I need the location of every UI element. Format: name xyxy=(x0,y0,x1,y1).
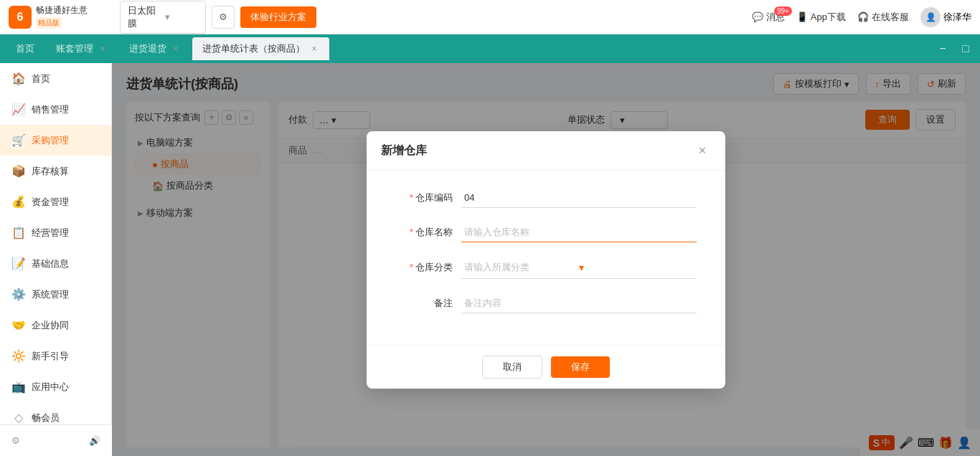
app-download-label: App下载 xyxy=(811,11,846,24)
form-row-code: 仓库编码 xyxy=(395,188,697,208)
sidebar-finance-label: 资金管理 xyxy=(32,196,69,209)
app-download-button[interactable]: 📱 App下载 xyxy=(796,11,846,24)
header-right: 💬 消息 99+ 📱 App下载 🎧 在线客服 👤 徐泽华 xyxy=(752,7,971,27)
new-warehouse-modal: 新增仓库 × 仓库编码 仓库名称 仓库分类 xyxy=(367,131,725,389)
modal-overlay: 新增仓库 × 仓库编码 仓库名称 仓库分类 xyxy=(112,63,980,456)
top-header: 6 畅捷通好生意 精品版 日太阳膜 ▾ ⚙ 体验行业方案 💬 消息 99+ 📱 … xyxy=(0,0,980,34)
sidebar-guide-label: 新手引导 xyxy=(32,350,69,363)
modal-header: 新增仓库 × xyxy=(367,131,725,171)
sidebar-enterprise-label: 企业协同 xyxy=(32,319,69,332)
sidebar-purchase-label: 采购管理 xyxy=(32,134,69,147)
app-badge: 精品版 xyxy=(36,17,62,29)
tab-home-label: 首页 xyxy=(16,42,34,55)
gear-icon: ⚙ xyxy=(219,11,227,22)
tab-purchase-return-close-icon[interactable]: × xyxy=(171,44,181,54)
tab-maximize-button[interactable]: □ xyxy=(957,40,974,57)
sidebar-item-enterprise[interactable]: 🤝 企业协同 xyxy=(0,310,111,341)
sidebar-home-label: 首页 xyxy=(32,72,50,85)
save-button[interactable]: 保存 xyxy=(551,356,610,378)
notification-badge: 99+ xyxy=(774,6,792,16)
name-input[interactable] xyxy=(461,222,697,242)
form-row-category: 仓库分类 请输入所属分类 ▾ xyxy=(395,257,697,279)
sidebar-operations-label: 经营管理 xyxy=(32,227,69,239)
sidebar-item-system[interactable]: ⚙️ 系统管理 xyxy=(0,279,111,310)
user-name: 徐泽华 xyxy=(943,11,971,24)
sales-icon: 📈 xyxy=(11,103,26,116)
modal-footer: 取消 保存 xyxy=(367,345,725,389)
phone-icon: 📱 xyxy=(796,11,808,22)
content-area: 进货单统计(按商品) 🖨 按模板打印 ▾ ↑ 导出 ↺ 刷新 xyxy=(112,63,980,456)
tab-purchase-return-label: 进货退货 xyxy=(129,42,166,55)
sidebar-sales-label: 销售管理 xyxy=(32,103,69,116)
home-icon: 🏠 xyxy=(11,72,26,85)
code-input[interactable] xyxy=(461,188,697,208)
tab-purchase-return[interactable]: 进货退货 × xyxy=(119,37,191,60)
bottom-settings-icon[interactable]: ⚙ xyxy=(11,435,20,446)
tab-purchase-stats-label: 进货单统计表（按商品） xyxy=(202,42,305,55)
tab-account-label: 账套管理 xyxy=(56,42,93,55)
operations-icon: 📋 xyxy=(11,226,26,239)
tab-account[interactable]: 账套管理 × xyxy=(46,37,118,60)
finance-icon: 💰 xyxy=(11,195,26,209)
basic-info-icon: 📝 xyxy=(11,257,26,270)
sidebar-app-center-label: 应用中心 xyxy=(32,381,69,394)
modal-body: 仓库编码 仓库名称 仓库分类 请输入所属分类 ▾ xyxy=(367,171,725,345)
category-dropdown-icon: ▾ xyxy=(579,262,694,273)
sidebar-item-inventory[interactable]: 📦 库存核算 xyxy=(0,156,111,186)
form-row-remark: 备注 xyxy=(395,293,697,313)
logo-area: 6 畅捷通好生意 精品版 xyxy=(9,5,120,29)
code-label: 仓库编码 xyxy=(395,191,453,204)
header-middle: 日太阳膜 ▾ ⚙ 体验行业方案 xyxy=(120,1,752,34)
messages-button[interactable]: 💬 消息 99+ xyxy=(752,11,785,24)
inventory-icon: 📦 xyxy=(11,164,26,178)
store-dropdown-arrow-icon: ▾ xyxy=(165,11,198,22)
tab-home[interactable]: 首页 xyxy=(6,37,44,60)
sidebar-inventory-label: 库存核算 xyxy=(32,165,69,178)
cancel-button[interactable]: 取消 xyxy=(482,356,542,379)
bottom-bar: ⚙ 🔊 xyxy=(0,424,112,456)
tab-account-close-icon[interactable]: × xyxy=(98,44,108,54)
main-layout: 🏠 首页 📈 销售管理 🛒 采购管理 📦 库存核算 💰 资金管理 📋 经营管理 … xyxy=(0,63,980,456)
tab-bar: 首页 账套管理 × 进货退货 × 进货单统计表（按商品） × − □ xyxy=(0,34,980,63)
sidebar-item-purchase[interactable]: 🛒 采购管理 xyxy=(0,125,111,156)
sidebar-item-sales[interactable]: 📈 销售管理 xyxy=(0,94,111,125)
bottom-sound-icon[interactable]: 🔊 xyxy=(89,435,100,446)
avatar: 👤 xyxy=(920,7,941,27)
experience-button[interactable]: 体验行业方案 xyxy=(240,6,316,28)
sidebar: 🏠 首页 📈 销售管理 🛒 采购管理 📦 库存核算 💰 资金管理 📋 经营管理 … xyxy=(0,63,112,456)
sidebar-item-basic-info[interactable]: 📝 基础信息 xyxy=(0,248,111,279)
tab-purchase-stats-close-icon[interactable]: × xyxy=(309,44,319,54)
tab-bar-right: − □ xyxy=(934,40,974,57)
category-placeholder: 请输入所属分类 xyxy=(464,261,579,274)
online-service-button[interactable]: 🎧 在线客服 xyxy=(857,11,909,24)
guide-icon: 🔆 xyxy=(11,349,26,363)
enterprise-icon: 🤝 xyxy=(11,318,26,332)
sidebar-item-home[interactable]: 🏠 首页 xyxy=(0,63,111,94)
sidebar-item-guide[interactable]: 🔆 新手引导 xyxy=(0,341,111,371)
sidebar-item-operations[interactable]: 📋 经营管理 xyxy=(0,217,111,248)
store-selector[interactable]: 日太阳膜 ▾ xyxy=(120,1,206,34)
purchase-icon: 🛒 xyxy=(11,133,26,147)
sidebar-system-label: 系统管理 xyxy=(32,288,69,301)
category-select[interactable]: 请输入所属分类 ▾ xyxy=(461,257,697,279)
user-area[interactable]: 👤 徐泽华 xyxy=(920,7,971,27)
sidebar-item-finance[interactable]: 💰 资金管理 xyxy=(0,186,111,217)
tab-minimize-button[interactable]: − xyxy=(934,40,951,57)
logo-icon: 6 xyxy=(9,6,32,29)
app-name: 畅捷通好生意 xyxy=(36,5,88,16)
modal-close-button[interactable]: × xyxy=(694,143,711,160)
store-name: 日太阳膜 xyxy=(128,4,161,30)
sidebar-basic-info-label: 基础信息 xyxy=(32,257,69,270)
message-icon: 💬 xyxy=(752,11,763,22)
sidebar-item-app-center[interactable]: 📺 应用中心 xyxy=(0,371,111,402)
remark-label: 备注 xyxy=(395,297,453,310)
membership-icon: ◇ xyxy=(11,411,26,424)
form-row-name: 仓库名称 xyxy=(395,222,697,242)
headset-icon: 🎧 xyxy=(857,11,869,22)
remark-input[interactable] xyxy=(461,293,697,313)
name-label: 仓库名称 xyxy=(395,226,453,239)
settings-button[interactable]: ⚙ xyxy=(212,6,235,29)
tab-purchase-stats[interactable]: 进货单统计表（按商品） × xyxy=(192,37,329,60)
category-label: 仓库分类 xyxy=(395,261,453,274)
system-icon: ⚙️ xyxy=(11,288,26,301)
